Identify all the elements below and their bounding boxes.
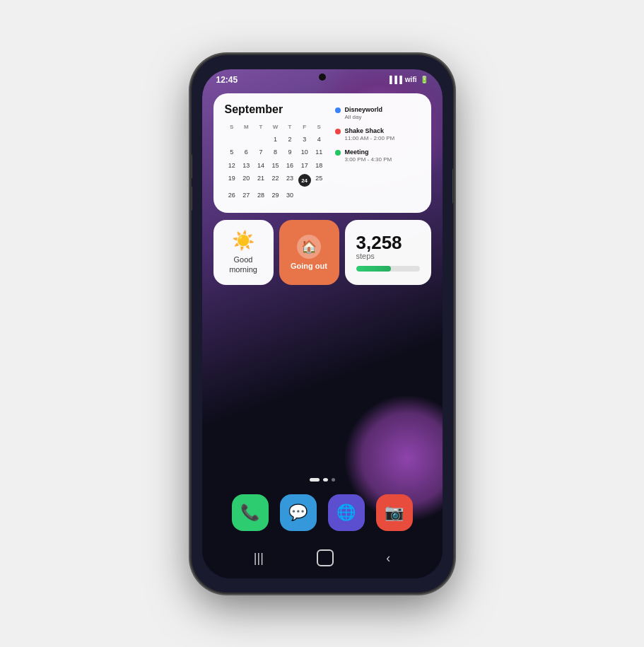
home-label: Going out bbox=[291, 262, 327, 270]
cal-day-w: W bbox=[268, 122, 283, 132]
cal-cell-13[interactable]: 13 bbox=[239, 160, 254, 172]
phone-device: 12:45 ▐▐▐ wifi 🔋 September S M T bbox=[192, 55, 453, 593]
page-indicator-2 bbox=[323, 478, 328, 482]
steps-widget[interactable]: 3,258 steps bbox=[345, 220, 431, 285]
cal-cell-16[interactable]: 16 bbox=[283, 160, 298, 172]
event-info-meeting: Meeting 3:00 PM - 4:30 PM bbox=[345, 148, 420, 164]
cal-cell-empty bbox=[254, 134, 269, 146]
app-icon-messages[interactable]: 💬 bbox=[280, 494, 317, 531]
cal-cell-empty bbox=[297, 190, 312, 202]
event-title-shakeshack: Shake Shack bbox=[345, 127, 420, 136]
cal-cell-11[interactable]: 11 bbox=[312, 146, 327, 158]
cal-cell-15[interactable]: 15 bbox=[268, 160, 283, 172]
event-info-shakeshack: Shake Shack 11:00 AM - 2:00 PM bbox=[345, 127, 420, 143]
status-icons: ▐▐▐ wifi 🔋 bbox=[387, 76, 428, 83]
calendar-week-4: 19 20 21 22 23 24 25 bbox=[225, 173, 327, 188]
calendar-grid: S M T W T F S 1 bbox=[225, 122, 327, 202]
bottom-area: 📞 💬 🌐 📷 ||| ‹ bbox=[202, 472, 443, 578]
event-time-meeting: 3:00 PM - 4:30 PM bbox=[345, 156, 420, 163]
cal-cell-today[interactable]: 24 bbox=[297, 173, 312, 188]
cal-cell-8[interactable]: 8 bbox=[268, 146, 283, 158]
battery-icon: 🔋 bbox=[420, 76, 428, 83]
cal-cell-27[interactable]: 27 bbox=[239, 190, 254, 202]
cal-cell-6[interactable]: 6 bbox=[239, 146, 254, 158]
cal-cell-28[interactable]: 28 bbox=[254, 190, 269, 202]
event-dot-blue bbox=[335, 107, 341, 113]
cal-cell-26[interactable]: 26 bbox=[225, 190, 240, 202]
cal-cell-5[interactable]: 5 bbox=[225, 146, 240, 158]
app-icon-browser[interactable]: 🌐 bbox=[328, 494, 365, 531]
event-meeting[interactable]: Meeting 3:00 PM - 4:30 PM bbox=[335, 148, 420, 164]
volume-up-button[interactable] bbox=[192, 154, 192, 179]
cal-cell-19[interactable]: 19 bbox=[225, 173, 240, 188]
cal-cell-22[interactable]: 22 bbox=[268, 173, 283, 188]
cal-cell-empty bbox=[225, 134, 240, 146]
nav-recents-button[interactable]: ||| bbox=[245, 548, 272, 569]
cal-day-m: M bbox=[239, 122, 254, 132]
navigation-bar: ||| ‹ bbox=[202, 542, 443, 578]
calendar-left: September S M T W T F S bbox=[225, 103, 327, 204]
event-disneyworld[interactable]: Disneyworld All day bbox=[335, 106, 420, 122]
camera-app-icon: 📷 bbox=[385, 503, 404, 522]
app-icon-phone[interactable]: 📞 bbox=[232, 494, 269, 531]
signal-icon: ▐▐▐ bbox=[387, 76, 402, 83]
cal-cell-empty bbox=[239, 134, 254, 146]
nav-home-button[interactable] bbox=[317, 549, 334, 566]
cal-cell-4[interactable]: 4 bbox=[312, 134, 327, 146]
cal-cell-30[interactable]: 30 bbox=[283, 190, 298, 202]
event-info-disneyworld: Disneyworld All day bbox=[345, 106, 420, 122]
steps-count: 3,258 bbox=[356, 233, 420, 252]
cal-cell-9[interactable]: 9 bbox=[283, 146, 298, 158]
page-indicators bbox=[202, 472, 443, 487]
status-time: 12:45 bbox=[216, 75, 238, 85]
cal-cell-1[interactable]: 1 bbox=[268, 134, 283, 146]
cal-day-t1: T bbox=[254, 122, 269, 132]
cal-cell-21[interactable]: 21 bbox=[254, 173, 269, 188]
steps-progress-bar-fill bbox=[356, 266, 392, 272]
home-widget[interactable]: 🏠 Going out bbox=[279, 220, 339, 285]
weather-widget[interactable]: ☀️ Good morning bbox=[213, 220, 274, 285]
cal-cell-17[interactable]: 17 bbox=[297, 160, 312, 172]
power-button[interactable] bbox=[452, 168, 453, 204]
messages-app-icon: 💬 bbox=[288, 503, 308, 522]
cal-cell-18[interactable]: 18 bbox=[312, 160, 327, 172]
cal-cell-7[interactable]: 7 bbox=[254, 146, 269, 158]
steps-progress-bar-bg bbox=[356, 266, 420, 272]
cal-day-s2: S bbox=[312, 122, 327, 132]
calendar-week-1: 1 2 3 4 bbox=[225, 134, 327, 146]
screen-content: September S M T W T F S bbox=[202, 88, 443, 472]
weather-label: Good morning bbox=[229, 255, 257, 275]
wifi-icon: wifi bbox=[405, 76, 417, 83]
event-dot-green bbox=[335, 150, 341, 156]
event-time-disneyworld: All day bbox=[345, 114, 420, 121]
phone-app-icon: 📞 bbox=[240, 503, 259, 522]
page-indicator-3 bbox=[332, 478, 335, 482]
cal-cell-25[interactable]: 25 bbox=[312, 173, 327, 188]
calendar-events: Disneyworld All day Shake Shack 11:00 AM… bbox=[335, 103, 420, 204]
event-shakeshack[interactable]: Shake Shack 11:00 AM - 2:00 PM bbox=[335, 127, 420, 143]
cal-cell-23[interactable]: 23 bbox=[283, 173, 298, 188]
event-title-disneyworld: Disneyworld bbox=[345, 106, 420, 115]
app-dock: 📞 💬 🌐 📷 bbox=[202, 487, 443, 542]
cal-cell-2[interactable]: 2 bbox=[283, 134, 298, 146]
event-title-meeting: Meeting bbox=[345, 148, 420, 157]
event-time-shakeshack: 11:00 AM - 2:00 PM bbox=[345, 135, 420, 142]
volume-down-button[interactable] bbox=[192, 186, 192, 211]
home-icon: 🏠 bbox=[297, 235, 321, 259]
steps-label: steps bbox=[356, 252, 420, 260]
calendar-widget[interactable]: September S M T W T F S bbox=[213, 93, 431, 214]
camera-notch bbox=[319, 74, 326, 81]
cal-cell-3[interactable]: 3 bbox=[297, 134, 312, 146]
nav-back-button[interactable]: ‹ bbox=[377, 548, 399, 569]
cal-cell-empty bbox=[312, 190, 327, 202]
app-icon-camera[interactable]: 📷 bbox=[376, 494, 413, 531]
cal-cell-14[interactable]: 14 bbox=[254, 160, 269, 172]
cal-cell-20[interactable]: 20 bbox=[239, 173, 254, 188]
cal-cell-12[interactable]: 12 bbox=[225, 160, 240, 172]
calendar-header-row: S M T W T F S bbox=[225, 122, 327, 132]
cal-cell-29[interactable]: 29 bbox=[268, 190, 283, 202]
cal-cell-10[interactable]: 10 bbox=[297, 146, 312, 158]
calendar-week-3: 12 13 14 15 16 17 18 bbox=[225, 160, 327, 172]
calendar-week-2: 5 6 7 8 9 10 11 bbox=[225, 146, 327, 158]
calendar-month: September bbox=[225, 103, 327, 116]
